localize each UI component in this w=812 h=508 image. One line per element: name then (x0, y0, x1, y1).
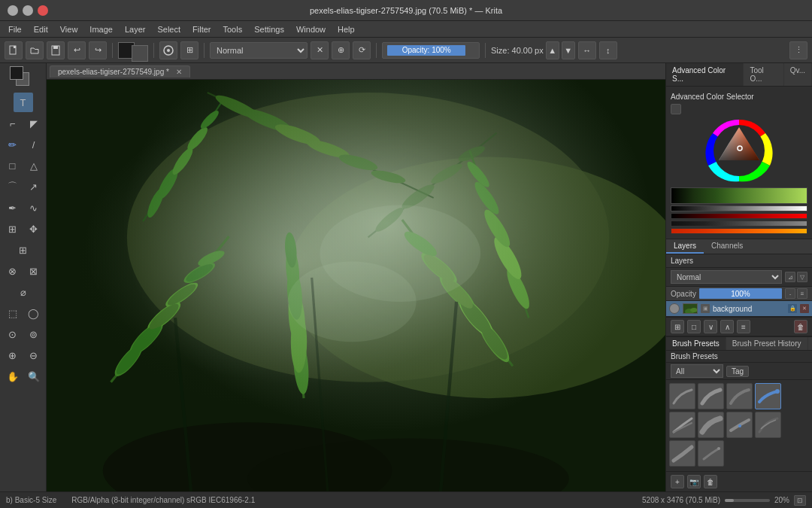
menu-file[interactable]: File (3, 23, 27, 35)
close-tab-icon[interactable]: ✕ (176, 68, 182, 76)
panel-delete-button[interactable]: 🗑 (704, 475, 717, 488)
layer-settings-button[interactable]: ≡ (797, 288, 807, 299)
line-tool-button[interactable]: / (24, 135, 44, 154)
layer-visibility-button[interactable] (669, 303, 680, 314)
brush-item-2[interactable] (698, 383, 724, 409)
canvas-content[interactable] (47, 80, 665, 491)
menu-select[interactable]: Select (152, 23, 186, 35)
channels-tab[interactable]: Channels (704, 239, 750, 254)
text-tool-button[interactable]: T (14, 93, 33, 112)
ellipse-tool-button[interactable]: △ (24, 156, 44, 175)
layer-background-row[interactable]: ▣ background 🔒 ✕ (666, 301, 812, 317)
brush-item-10[interactable] (698, 440, 724, 467)
brush-category-select[interactable]: All (671, 364, 723, 378)
canvas-tab[interactable]: pexels-elias-tigiser-2757549.jpg * ✕ (50, 65, 190, 78)
delete-layer-button[interactable]: 🗑 (794, 320, 807, 333)
color-picker-button[interactable]: ⌀ (14, 282, 33, 302)
ellipse-select-button[interactable]: ◯ (24, 303, 44, 323)
layer-opacity-bar[interactable]: 100% (699, 288, 782, 299)
maximize-button[interactable] (23, 5, 33, 16)
advanced-color-tab[interactable]: Advanced Color S... (666, 63, 744, 86)
bezier-tool-button[interactable]: ∿ (24, 198, 44, 217)
menu-filter[interactable]: Filter (187, 23, 216, 35)
zoom-slider[interactable] (725, 499, 770, 502)
gradient-tool-button[interactable]: ◤ (24, 114, 44, 133)
overview-tab[interactable]: Qv... (784, 63, 812, 86)
background-color-swatch[interactable] (132, 45, 148, 62)
settings-button[interactable]: ⋮ (789, 41, 807, 59)
save-document-button[interactable] (47, 41, 65, 59)
layer-lock-icon[interactable]: 🔒 (788, 304, 797, 313)
red-strip[interactable] (671, 213, 807, 219)
brush-history-tab[interactable]: Brush Preset History (726, 337, 808, 350)
menu-view[interactable]: View (55, 23, 83, 35)
smart-patch-button[interactable]: ⊚ (24, 324, 44, 344)
transform-tool-button[interactable]: ⊞ (14, 240, 33, 260)
size-increase-button[interactable]: ▼ (562, 41, 575, 59)
color-options-button[interactable] (671, 104, 681, 114)
zoom-tool-button[interactable]: 🔍 (24, 367, 44, 386)
blend-mode-select[interactable]: Normal Multiply Screen Overlay (210, 42, 308, 59)
move-layer-down-button[interactable]: ∨ (704, 320, 717, 333)
move-tool-button[interactable]: ✥ (24, 219, 44, 239)
pan-tool-button[interactable]: ✋ (3, 367, 23, 386)
brush-item-9[interactable] (669, 440, 695, 467)
brush-tool-button[interactable]: ✏ (3, 135, 23, 154)
fg-color-chip[interactable] (10, 66, 23, 80)
color-wheel-svg[interactable] (705, 117, 773, 184)
erase-button[interactable]: ✕ (311, 41, 329, 59)
freehand-select-button[interactable]: ⊕ (3, 345, 23, 365)
add-layer-button[interactable]: ⊞ (671, 320, 684, 333)
redo-button[interactable]: ↪ (89, 41, 107, 59)
layer-delete-icon[interactable]: ✕ (800, 304, 809, 313)
layer-options-button[interactable]: ⊿ (785, 272, 795, 282)
menu-tools[interactable]: Tools (218, 23, 248, 35)
menu-edit[interactable]: Edit (29, 23, 53, 35)
mirror-v-button[interactable]: ↕ (599, 41, 617, 59)
brush-preset-button[interactable] (159, 41, 177, 59)
brush-item-7[interactable] (726, 412, 753, 438)
toggle-button[interactable]: ⊞ (180, 41, 198, 59)
brush-item-4[interactable] (755, 383, 781, 409)
menu-help[interactable]: Help (332, 23, 360, 35)
opacity-minus-button[interactable]: - (785, 288, 795, 299)
size-decrease-button[interactable]: ▲ (546, 41, 559, 59)
opacity-bar[interactable]: Opacity: 100% (382, 42, 480, 59)
saturation-strip[interactable] (671, 187, 807, 204)
close-button[interactable] (38, 5, 48, 16)
brush-item-3[interactable] (726, 383, 753, 409)
minimize-button[interactable] (8, 5, 18, 16)
warm-strip[interactable] (671, 228, 807, 234)
brush-item-1[interactable] (669, 383, 695, 409)
new-document-button[interactable] (5, 41, 23, 59)
pen-tool-button[interactable]: ✒ (3, 198, 23, 217)
rect-tool-button[interactable]: □ (3, 156, 23, 175)
layer-blend-mode-select[interactable]: Normal Multiply (671, 270, 782, 284)
menu-window[interactable]: Window (291, 23, 331, 35)
brush-item-5[interactable] (669, 412, 695, 438)
brush-item-6[interactable] (698, 412, 724, 438)
menu-settings[interactable]: Settings (249, 23, 289, 35)
layer-properties-button[interactable]: ≡ (737, 320, 750, 333)
mirror-h-button[interactable]: ↔ (578, 41, 596, 59)
rect-select-button[interactable]: ⬚ (3, 303, 23, 323)
move-layer-up-button[interactable]: ∧ (720, 320, 734, 333)
brush-tag-button[interactable]: Tag (726, 366, 749, 377)
path-tool-button[interactable]: ↗ (24, 177, 44, 196)
menu-image[interactable]: Image (84, 23, 118, 35)
brush-item-8[interactable] (755, 412, 781, 438)
layers-tab[interactable]: Layers (666, 239, 704, 254)
erase-tool-button[interactable]: ⊠ (24, 261, 44, 281)
undo-button[interactable]: ↩ (68, 41, 86, 59)
dark-strip[interactable] (671, 221, 807, 227)
panel-camera-button[interactable]: 📷 (687, 475, 701, 488)
open-document-button[interactable] (26, 41, 44, 59)
contiguous-fill-button[interactable]: ⊙ (3, 324, 23, 344)
zoom-fit-button[interactable]: ⊡ (794, 495, 806, 506)
freeform-tool-button[interactable]: ⌒ (3, 177, 23, 196)
brush-presets-tab[interactable]: Brush Presets (666, 337, 726, 350)
tool-options-tab[interactable]: Tool O... (744, 63, 783, 86)
layer-filter-button[interactable]: ▽ (797, 272, 807, 282)
clone-tool-button[interactable]: ⊗ (3, 261, 23, 281)
crop-tool-button[interactable]: ⌐ (3, 114, 23, 133)
